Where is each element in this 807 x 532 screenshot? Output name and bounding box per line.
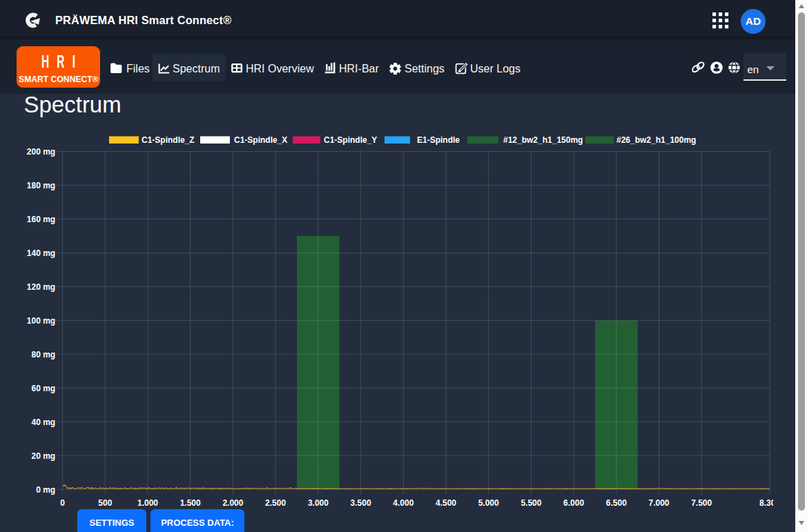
- svg-text:0 mg: 0 mg: [36, 485, 55, 495]
- svg-text:180 mg: 180 mg: [27, 181, 55, 190]
- svg-text:1.000: 1.000: [137, 498, 158, 508]
- svg-text:E1-Spindle: E1-Spindle: [417, 135, 460, 145]
- svg-text:3.000: 3.000: [308, 498, 329, 508]
- svg-text:2.000: 2.000: [222, 498, 243, 508]
- svg-text:C1-Spindle_Y: C1-Spindle_Y: [324, 135, 377, 145]
- svg-text:C1-Spindle_X: C1-Spindle_X: [234, 135, 287, 145]
- svg-text:8.300: 8.300: [759, 498, 773, 508]
- svg-text:40 mg: 40 mg: [32, 417, 56, 427]
- svg-text:60 mg: 60 mg: [32, 384, 56, 393]
- svg-text:#26_bw2_h1_100mg: #26_bw2_h1_100mg: [616, 135, 696, 145]
- svg-text:6.000: 6.000: [563, 498, 584, 508]
- svg-text:7.500: 7.500: [691, 498, 712, 508]
- svg-text:3.500: 3.500: [351, 498, 371, 508]
- svg-text:2.500: 2.500: [265, 498, 286, 508]
- svg-text:6.500: 6.500: [606, 498, 627, 508]
- svg-text:4.500: 4.500: [436, 498, 456, 508]
- svg-text:200 mg: 200 mg: [27, 147, 55, 157]
- svg-text:500: 500: [98, 498, 112, 508]
- svg-text:120 mg: 120 mg: [27, 282, 55, 292]
- svg-text:1.500: 1.500: [180, 498, 201, 508]
- svg-text:20 mg: 20 mg: [32, 451, 56, 461]
- svg-text:#12_bw2_h1_150mg: #12_bw2_h1_150mg: [503, 135, 583, 145]
- svg-text:5.500: 5.500: [521, 498, 541, 508]
- svg-text:7.000: 7.000: [648, 498, 669, 508]
- svg-text:80 mg: 80 mg: [32, 350, 56, 359]
- svg-text:C1-Spindle_Z: C1-Spindle_Z: [142, 135, 195, 145]
- svg-text:160 mg: 160 mg: [27, 215, 55, 224]
- svg-text:140 mg: 140 mg: [27, 248, 55, 258]
- svg-text:0: 0: [60, 498, 65, 508]
- svg-text:5.000: 5.000: [478, 498, 499, 508]
- svg-text:100 mg: 100 mg: [27, 316, 55, 326]
- svg-text:4.000: 4.000: [393, 498, 414, 508]
